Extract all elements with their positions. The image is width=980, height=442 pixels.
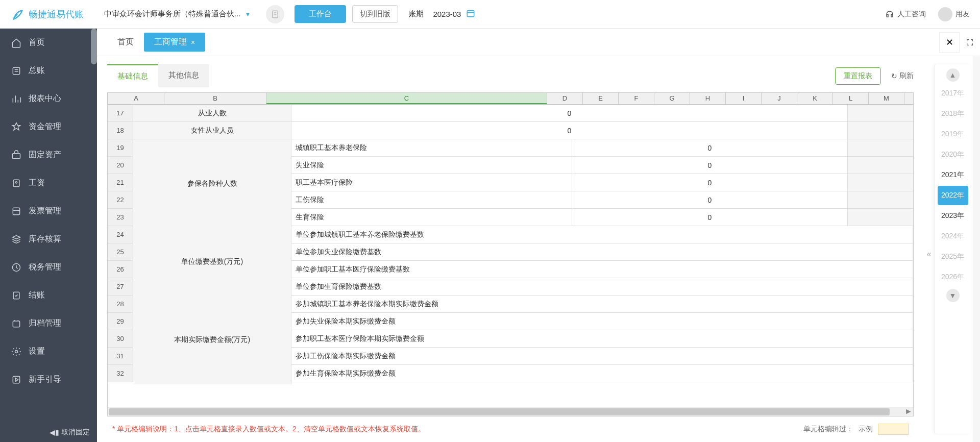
- row-header[interactable]: 32: [108, 365, 133, 382]
- sub-label-cell[interactable]: 城镇职工基本养老保险: [291, 139, 572, 156]
- empty-cell[interactable]: [848, 157, 913, 174]
- sub-label-cell[interactable]: 单位参加城镇职工基本养老保险缴费基数: [291, 226, 913, 243]
- column-header-I[interactable]: I: [726, 93, 762, 104]
- empty-cell[interactable]: [848, 174, 913, 191]
- sidebar-item-3[interactable]: 资金管理: [0, 113, 97, 141]
- sub-label-cell[interactable]: 工伤保险: [291, 191, 572, 208]
- consult-link[interactable]: 人工咨询: [885, 10, 926, 19]
- sidebar-item-9[interactable]: 结账: [0, 281, 97, 309]
- sub-label-cell[interactable]: 参加职工基本医疗保险本期实际缴费金额: [291, 330, 913, 347]
- sidebar-scrollbar[interactable]: [91, 29, 97, 64]
- empty-cell[interactable]: [848, 105, 913, 121]
- row-header[interactable]: 21: [108, 174, 133, 191]
- row-header[interactable]: 24: [108, 226, 133, 243]
- value-cell[interactable]: 0: [572, 157, 848, 174]
- row-header[interactable]: 22: [108, 191, 133, 208]
- group-label-cell[interactable]: 单位缴费基数(万元): [133, 226, 291, 297]
- empty-cell[interactable]: [848, 139, 913, 156]
- row-header[interactable]: 26: [108, 261, 133, 278]
- sub-label-cell[interactable]: 参加城镇职工基本养老保险本期实际缴费金额: [291, 296, 913, 312]
- value-cell[interactable]: 0: [572, 174, 848, 191]
- row-header[interactable]: 25: [108, 243, 133, 260]
- column-header-A[interactable]: A: [108, 93, 164, 104]
- row-label-cell[interactable]: 女性从业人员: [133, 122, 291, 139]
- column-header-B[interactable]: B: [164, 93, 266, 104]
- doc-icon[interactable]: [266, 5, 284, 23]
- column-header-E[interactable]: E: [583, 93, 619, 104]
- sidebar-item-4[interactable]: 固定资产: [0, 141, 97, 169]
- scrollbar-thumb[interactable]: [109, 408, 890, 415]
- sub-label-cell[interactable]: 职工基本医疗保险: [291, 174, 572, 191]
- vertical-scrollbar[interactable]: [973, 56, 980, 442]
- column-header-C[interactable]: C: [266, 93, 547, 104]
- empty-cell[interactable]: [848, 191, 913, 208]
- calendar-icon[interactable]: [466, 9, 475, 20]
- sub-label-cell[interactable]: 单位参加职工基本医疗保险缴费基数: [291, 261, 913, 278]
- year-option[interactable]: 2017年: [938, 84, 968, 103]
- year-panel-collapse[interactable]: «: [924, 56, 934, 442]
- row-header[interactable]: 19: [108, 139, 133, 156]
- old-version-button[interactable]: 切到旧版: [352, 5, 398, 23]
- close-all-tabs-button[interactable]: ✕: [939, 32, 960, 53]
- year-up-button[interactable]: ▲: [946, 68, 960, 82]
- sub-label-cell[interactable]: 单位参加生育保险缴费基数: [291, 278, 913, 295]
- row-header[interactable]: 18: [108, 122, 133, 139]
- year-option[interactable]: 2025年: [938, 247, 968, 266]
- row-header[interactable]: 28: [108, 296, 133, 312]
- year-option[interactable]: 2022年: [938, 186, 968, 205]
- sub-label-cell[interactable]: 生育保险: [291, 209, 572, 226]
- sidebar-item-8[interactable]: 税务管理: [0, 253, 97, 281]
- sidebar-item-10[interactable]: 归档管理: [0, 309, 97, 337]
- sidebar-item-2[interactable]: 报表中心: [0, 85, 97, 113]
- year-option[interactable]: 2021年: [938, 165, 968, 185]
- reset-report-button[interactable]: 重置报表: [835, 67, 881, 85]
- row-header[interactable]: 27: [108, 278, 133, 295]
- row-header[interactable]: 17: [108, 105, 133, 121]
- column-header-N[interactable]: N: [904, 93, 914, 104]
- column-header-G[interactable]: G: [654, 93, 690, 104]
- horizontal-scrollbar[interactable]: ◄ ►: [108, 407, 913, 416]
- empty-cell[interactable]: [848, 209, 913, 226]
- year-option[interactable]: 2026年: [938, 267, 968, 287]
- year-option[interactable]: 2020年: [938, 145, 968, 164]
- column-header-D[interactable]: D: [547, 93, 583, 104]
- sidebar-item-11[interactable]: 设置: [0, 337, 97, 365]
- refresh-button[interactable]: ↻ 刷新: [891, 71, 914, 81]
- empty-cell[interactable]: [848, 122, 913, 139]
- column-header-L[interactable]: L: [833, 93, 869, 104]
- sub-label-cell[interactable]: 参加生育保险本期实际缴费金额: [291, 365, 913, 382]
- sub-label-cell[interactable]: 参加工伤保险本期实际缴费金额: [291, 348, 913, 364]
- user-menu[interactable]: 用友: [938, 7, 970, 21]
- row-header[interactable]: 29: [108, 313, 133, 330]
- sidebar-item-12[interactable]: 新手引导: [0, 365, 97, 394]
- value-cell[interactable]: 0: [572, 209, 848, 226]
- workbench-button[interactable]: 工作台: [295, 5, 346, 23]
- row-header[interactable]: 30: [108, 330, 133, 347]
- tab-home[interactable]: 首页: [107, 33, 144, 52]
- column-header-J[interactable]: J: [762, 93, 797, 104]
- value-cell[interactable]: 0: [572, 139, 848, 156]
- sidebar-item-5[interactable]: 工资: [0, 169, 97, 197]
- close-icon[interactable]: ×: [191, 38, 195, 46]
- group-label-cell[interactable]: 本期实际缴费金额(万元): [133, 296, 291, 384]
- row-header[interactable]: 20: [108, 157, 133, 174]
- row-header[interactable]: 31: [108, 348, 133, 364]
- year-down-button[interactable]: ▼: [946, 289, 960, 302]
- fullscreen-icon[interactable]: [960, 32, 980, 53]
- value-cell[interactable]: 0: [291, 122, 848, 139]
- column-header-K[interactable]: K: [797, 93, 833, 104]
- value-cell[interactable]: 0: [572, 191, 848, 208]
- company-dropdown[interactable]: 中审众环会计师事务所（特殊普通合伙... ▼: [104, 9, 251, 19]
- year-option[interactable]: 2023年: [938, 206, 968, 226]
- row-label-cell[interactable]: 从业人数: [133, 105, 291, 121]
- scroll-right-icon[interactable]: ►: [904, 407, 913, 416]
- sub-label-cell[interactable]: 参加失业保险本期实际缴费金额: [291, 313, 913, 330]
- unpin-sidebar[interactable]: ◀▮ 取消固定: [50, 428, 90, 437]
- year-option[interactable]: 2018年: [938, 104, 968, 124]
- year-option[interactable]: 2019年: [938, 125, 968, 144]
- sub-label-cell[interactable]: 单位参加失业保险缴费基数: [291, 243, 913, 260]
- sidebar-item-0[interactable]: 首页: [0, 29, 97, 57]
- group-label-cell[interactable]: 参保各险种人数: [133, 139, 291, 228]
- column-header-F[interactable]: F: [619, 93, 654, 104]
- column-header-M[interactable]: M: [869, 93, 904, 104]
